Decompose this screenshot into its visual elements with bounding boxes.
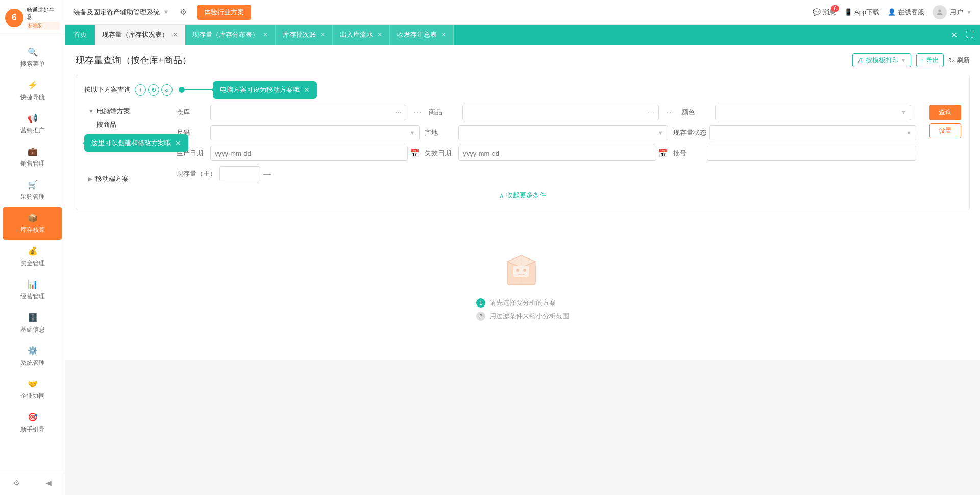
sidebar-item-basic-info[interactable]: 🗄️ 基础信息 [3, 307, 62, 339]
tab-batch-account[interactable]: 库存批次账 ✕ [276, 25, 333, 45]
stock-qty-min[interactable] [219, 166, 260, 181]
connector-dot [179, 87, 185, 93]
close-tab-btn[interactable]: ✕ [949, 28, 960, 42]
reset-btn[interactable]: 设置 [929, 123, 961, 138]
sidebar-item-guide[interactable]: 🎯 新手引导 [3, 407, 62, 439]
refresh-btn[interactable]: ↻ 刷新 [949, 56, 970, 65]
search-icon: 🔍 [27, 46, 38, 58]
tab-close-receive-send[interactable]: ✕ [441, 31, 446, 38]
sales-icon: 💼 [27, 146, 38, 157]
hint-item-1: 1 请先选择要分析的方案 [476, 298, 569, 308]
sidebar-item-system[interactable]: ⚙️ 系统管理 [3, 340, 62, 372]
expand-icon: ▼ [88, 108, 94, 114]
sidebar-item-cooperation[interactable]: 🤝 企业协同 [3, 373, 62, 406]
filter-header: 按以下方案查询 ＋ ↻ « 电脑方案可设为移动方案哦 ✕ [84, 81, 961, 99]
sidebar-item-marketing[interactable]: 📢 营销推广 [3, 108, 62, 140]
empty-hints: 1 请先选择要分析的方案 2 用过滤条件来缩小分析范围 [476, 298, 569, 321]
produce-date-field: 生产日期 📅 [177, 146, 420, 161]
produce-date-start-icon[interactable]: 📅 [410, 149, 420, 158]
filter-row-2: 尺码 ▼ 产地 ▼ [177, 125, 916, 140]
sidebar-bottom: ⚙ ◀ [0, 470, 65, 495]
scheme-tooltip-close[interactable]: ✕ [304, 86, 310, 94]
message-badge: 6 [831, 5, 839, 12]
topbar-settings-btn[interactable]: ⚙ [176, 5, 191, 20]
main-area: 装备及固定资产辅助管理系统 ▼ ⚙ 体验行业方案 💬 消息 6 📱 App下载 … [65, 0, 980, 495]
app-download-btn[interactable]: 📱 App下载 [844, 8, 879, 17]
user-avatar [933, 5, 947, 19]
scheme-group-mobile[interactable]: ▶ 移动端方案 [84, 172, 168, 185]
sidebar-item-search[interactable]: 🔍 搜索菜单 [3, 41, 62, 74]
back-scheme-btn[interactable]: « [161, 84, 173, 96]
purchase-icon: 🛒 [27, 179, 38, 191]
template-print-btn[interactable]: 🖨 按模板打印 ▼ [852, 53, 911, 67]
logo-icon: 6 [5, 9, 23, 27]
maximize-tab-btn[interactable]: ⛶ [964, 28, 976, 41]
sidebar-nav: 🔍 搜索菜单 ⚡ 快捷导航 📢 营销推广 💼 销售管理 🛒 采购管理 📦 库存核… [0, 36, 65, 470]
warehouse-more-btn[interactable]: ⋯ [411, 108, 424, 117]
tab-in-out-flow[interactable]: 出入库流水 ✕ [333, 25, 390, 45]
sidebar-item-purchase[interactable]: 🛒 采购管理 [3, 174, 62, 206]
expire-date-start[interactable] [458, 146, 656, 161]
origin-select[interactable]: ▼ [458, 125, 668, 140]
basic-info-icon: 🗄️ [27, 312, 38, 323]
stock-status-select[interactable]: ▼ [709, 125, 916, 140]
batch-field: 批号 [673, 146, 916, 161]
system-title: 装备及固定资产辅助管理系统 ▼ [74, 8, 169, 17]
cooperation-icon: 🤝 [27, 379, 38, 390]
tab-receive-send[interactable]: 收发存汇总表 ✕ [390, 25, 454, 45]
trial-btn[interactable]: 体验行业方案 [197, 5, 251, 20]
refresh-scheme-btn[interactable]: ↻ [148, 84, 159, 96]
page-header: 现存量查询（按仓库+商品） 🖨 按模板打印 ▼ ↑ 导出 ↻ 刷新 [76, 53, 970, 67]
sidebar-item-inventory[interactable]: 📦 库存核算 [3, 207, 62, 240]
expire-date-start-icon[interactable]: 📅 [658, 149, 668, 158]
tab-home[interactable]: 首页 [65, 25, 95, 45]
topbar: 装备及固定资产辅助管理系统 ▼ ⚙ 体验行业方案 💬 消息 6 📱 App下载 … [65, 0, 980, 25]
user-btn[interactable]: 用户 ▼ [933, 5, 972, 19]
system-icon: ⚙️ [27, 345, 38, 357]
warehouse-field: 仓库 ⋯ [177, 105, 406, 120]
collapse-icon: ∧ [499, 192, 504, 199]
filter-label: 按以下方案查询 [84, 85, 131, 95]
size-select[interactable]: ▼ [210, 125, 420, 140]
sidebar-item-quick-nav[interactable]: ⚡ 快捷导航 [3, 75, 62, 107]
scheme-group-pc[interactable]: ▼ 电脑端方案 [84, 105, 168, 118]
produce-date-start[interactable] [210, 146, 408, 161]
create-tooltip: 这里可以创建和修改方案哦 ✕ [84, 134, 188, 152]
sidebar-item-operations[interactable]: 📊 经营管理 [3, 274, 62, 306]
filter-row-3: 生产日期 📅 失效日期 � [177, 146, 916, 161]
tab-close-inventory-status[interactable]: ✕ [173, 31, 178, 38]
tab-close-inventory-dist[interactable]: ✕ [263, 31, 268, 38]
batch-input[interactable] [707, 146, 916, 161]
sidebar-item-sales[interactable]: 💼 销售管理 [3, 141, 62, 173]
sidebar-item-finance[interactable]: 💰 资金管理 [3, 241, 62, 273]
filter-body: ▼ 电脑端方案 按商品 这里可以创建和修改方案哦 ✕ [84, 105, 961, 186]
warehouse-select[interactable]: ⋯ [210, 105, 406, 120]
color-field: 颜色 ▼ [681, 105, 911, 120]
search-btn[interactable]: 查询 [929, 105, 961, 120]
collapse-bar[interactable]: ∧ 收起更多条件 [84, 186, 961, 204]
tab-close-in-out-flow[interactable]: ✕ [377, 31, 382, 38]
expand-mobile-icon: ▶ [88, 176, 92, 182]
collapse-sidebar-btn[interactable]: ◀ [43, 476, 55, 490]
goods-select[interactable]: ⋯ [462, 105, 658, 120]
tab-inventory-dist[interactable]: 现存量（库存分布表） ✕ [185, 25, 276, 45]
create-tooltip-area: 这里可以创建和修改方案哦 ✕ [84, 134, 188, 152]
add-scheme-btn[interactable]: ＋ [135, 84, 146, 96]
hint-item-2: 2 用过滤条件来缩小分析范围 [476, 312, 569, 321]
create-tooltip-close[interactable]: ✕ [175, 139, 181, 147]
stock-status-arrow: ▼ [906, 130, 912, 136]
tabbar-actions: ✕ ⛶ [949, 28, 980, 42]
tab-inventory-status[interactable]: 现存量（库存状况表） ✕ [95, 25, 185, 45]
online-service-btn[interactable]: 👤 在线客服 [888, 8, 924, 17]
goods-more-btn[interactable]: ⋯ [664, 108, 676, 117]
logo-text: 畅通道好生意 [27, 6, 60, 21]
messages-btn[interactable]: 💬 消息 6 [813, 8, 836, 17]
scheme-item-goods[interactable]: 按商品 [84, 118, 168, 131]
tab-close-batch-account[interactable]: ✕ [320, 31, 325, 38]
color-select[interactable]: ▼ [715, 105, 911, 120]
sidebar-item-label: 搜索菜单 [20, 60, 45, 68]
stock-status-field: 现存量状态 ▼ [673, 125, 916, 140]
settings-bottom-btn[interactable]: ⚙ [10, 476, 23, 490]
export-icon: ↑ [921, 57, 924, 64]
export-btn[interactable]: ↑ 导出 [916, 53, 944, 67]
